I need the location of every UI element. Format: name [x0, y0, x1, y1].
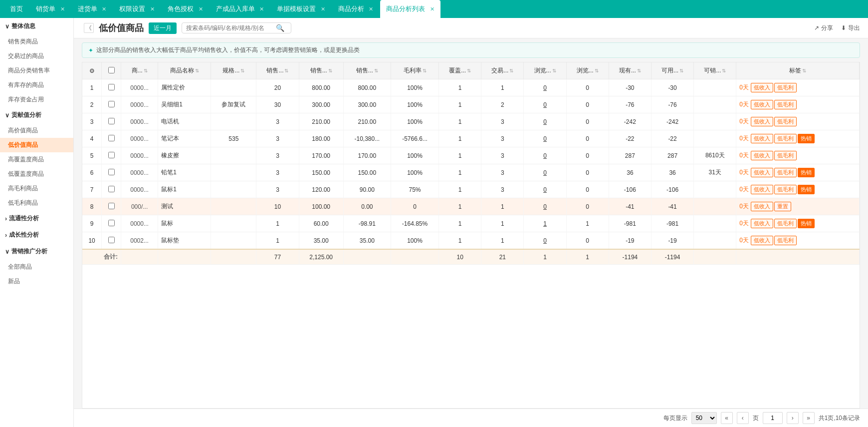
browse1-link[interactable]: 0 [543, 186, 547, 193]
cell-checkbox[interactable] [102, 79, 121, 96]
data-table-container[interactable]: ⚙ 商...⇅ 商品名称⇅ 规格...⇅ 销售...⇅ 销售...⇅ 销售...… [82, 62, 860, 409]
page-input[interactable] [763, 412, 783, 424]
sidebar-item-sales-goods[interactable]: 销售类商品 [0, 34, 73, 49]
cell-browse1[interactable]: 0 [524, 232, 566, 250]
search-input[interactable] [186, 24, 276, 31]
page-size-select[interactable]: 50 100 200 [691, 412, 717, 424]
sidebar-group-circulation[interactable]: › 流通性分析 [0, 210, 73, 227]
th-settings[interactable]: ⚙ [82, 62, 102, 79]
close-template-icon[interactable]: ✕ [321, 6, 325, 12]
nav-permission[interactable]: 权限设置 ✕ [113, 0, 161, 18]
nav-sales[interactable]: 销货单 ✕ [30, 0, 71, 18]
sidebar-item-high-margin[interactable]: 高毛利商品 [0, 181, 73, 196]
th-saleable[interactable]: 可销...⇅ [694, 62, 736, 79]
cell-checkbox[interactable] [102, 181, 121, 198]
nav-home[interactable]: 首页 [4, 0, 29, 18]
close-role-icon[interactable]: ✕ [199, 6, 203, 12]
sidebar-item-low-margin[interactable]: 低毛利商品 [0, 196, 73, 210]
close-analysis-list-icon[interactable]: ✕ [430, 6, 434, 12]
browse1-link[interactable]: 0 [543, 169, 547, 176]
browse1-link[interactable]: 0 [543, 101, 547, 108]
row-checkbox[interactable] [108, 152, 115, 158]
sidebar-item-low-value[interactable]: 低价值商品 [0, 138, 73, 152]
cell-browse1[interactable]: 0 [524, 79, 566, 96]
sidebar-item-stock-capital[interactable]: 库存资金占用 [0, 92, 73, 107]
sidebar-group-marketing[interactable]: ∨ 营销推广分析 [0, 243, 73, 260]
browse1-link[interactable]: 0 [543, 135, 547, 142]
close-product-icon[interactable]: ✕ [259, 6, 264, 12]
th-browse2[interactable]: 浏览...⇅ [566, 62, 609, 79]
row-checkbox[interactable] [108, 135, 115, 141]
sidebar-item-low-coverage[interactable]: 低覆盖度商品 [0, 167, 73, 181]
sidebar-item-high-coverage[interactable]: 高覆盖度商品 [0, 152, 73, 167]
close-analysis-icon[interactable]: ✕ [369, 6, 373, 12]
sidebar-group-overview[interactable]: ∨ 整体信息 [0, 18, 73, 34]
cell-checkbox[interactable] [102, 147, 121, 164]
browse1-link[interactable]: 0 [543, 237, 547, 244]
browse1-link[interactable]: 1 [543, 220, 547, 227]
th-sales-amount[interactable]: 销售...⇅ [343, 62, 391, 79]
th-sales-qty[interactable]: 销售...⇅ [256, 62, 299, 79]
cell-browse1[interactable]: 1 [524, 215, 566, 232]
row-checkbox[interactable] [108, 84, 115, 90]
cell-checkbox[interactable] [102, 130, 121, 147]
cell-checkbox[interactable] [102, 164, 121, 181]
cell-browse1[interactable]: 0 [524, 113, 566, 130]
nav-role[interactable]: 角色授权 ✕ [162, 0, 209, 18]
nav-analysis[interactable]: 商品分析 ✕ [332, 0, 380, 18]
nav-purchase[interactable]: 进货单 ✕ [72, 0, 113, 18]
cell-browse1[interactable]: 0 [524, 198, 566, 215]
nav-product[interactable]: 产成品入库单 ✕ [210, 0, 270, 18]
row-checkbox[interactable] [108, 237, 115, 243]
browse1-link[interactable]: 0 [543, 203, 547, 210]
row-checkbox[interactable] [108, 118, 115, 124]
cell-checkbox[interactable] [102, 113, 121, 130]
row-checkbox[interactable] [108, 169, 115, 175]
th-code[interactable]: 商...⇅ [121, 62, 158, 79]
close-purchase-icon[interactable]: ✕ [102, 6, 106, 12]
sidebar-group-growth[interactable]: › 成长性分析 [0, 227, 73, 243]
th-spec[interactable]: 规格...⇅ [211, 62, 256, 79]
sidebar-item-new-goods[interactable]: 新品 [0, 274, 73, 289]
filter-period-button[interactable]: 近一月 [149, 22, 177, 34]
browse1-link[interactable]: 0 [543, 118, 547, 125]
th-trade[interactable]: 交易...⇅ [481, 62, 524, 79]
cell-checkbox[interactable] [102, 96, 121, 113]
row-checkbox[interactable] [108, 220, 115, 226]
sidebar-collapse-button[interactable]: 《 [84, 23, 94, 33]
th-tags[interactable]: 标签⇅ [736, 62, 860, 79]
sidebar-item-stock-goods[interactable]: 有库存的商品 [0, 78, 73, 92]
prev-page-button[interactable]: ‹ [737, 412, 749, 424]
sidebar-item-category-rate[interactable]: 商品分类销售率 [0, 63, 73, 78]
th-gross[interactable]: 毛利率⇅ [391, 62, 438, 79]
cell-browse1[interactable]: 0 [524, 130, 566, 147]
cell-checkbox[interactable] [102, 215, 121, 232]
th-browse1[interactable]: 浏览...⇅ [524, 62, 566, 79]
search-icon[interactable]: 🔍 [276, 24, 284, 32]
close-permission-icon[interactable]: ✕ [150, 6, 155, 12]
select-all-checkbox[interactable] [108, 67, 115, 73]
row-checkbox[interactable] [108, 203, 115, 209]
sidebar-item-high-value[interactable]: 高价值商品 [0, 123, 73, 138]
close-sales-icon[interactable]: ✕ [60, 6, 65, 12]
row-checkbox[interactable] [108, 186, 115, 192]
export-button[interactable]: ⬇ 导出 [841, 24, 860, 32]
cell-browse1[interactable]: 0 [524, 147, 566, 164]
last-page-button[interactable]: » [803, 412, 815, 424]
browse1-link[interactable]: 0 [543, 84, 547, 91]
first-page-button[interactable]: « [721, 412, 733, 424]
sidebar-item-traded-goods[interactable]: 交易过的商品 [0, 49, 73, 63]
th-current[interactable]: 现有...⇅ [609, 62, 651, 79]
cell-browse1[interactable]: 0 [524, 96, 566, 113]
cell-browse1[interactable]: 0 [524, 181, 566, 198]
th-avail[interactable]: 可用...⇅ [651, 62, 693, 79]
th-sales-price[interactable]: 销售...⇅ [299, 62, 343, 79]
cell-checkbox[interactable] [102, 232, 121, 250]
sidebar-group-contribution[interactable]: ∨ 贡献值分析 [0, 107, 73, 123]
browse1-link[interactable]: 0 [543, 152, 547, 159]
th-checkbox[interactable] [102, 62, 121, 79]
cell-browse1[interactable]: 0 [524, 164, 566, 181]
th-cover[interactable]: 覆盖...⇅ [439, 62, 481, 79]
cell-checkbox[interactable] [102, 198, 121, 215]
sidebar-item-all-goods[interactable]: 全部商品 [0, 260, 73, 274]
